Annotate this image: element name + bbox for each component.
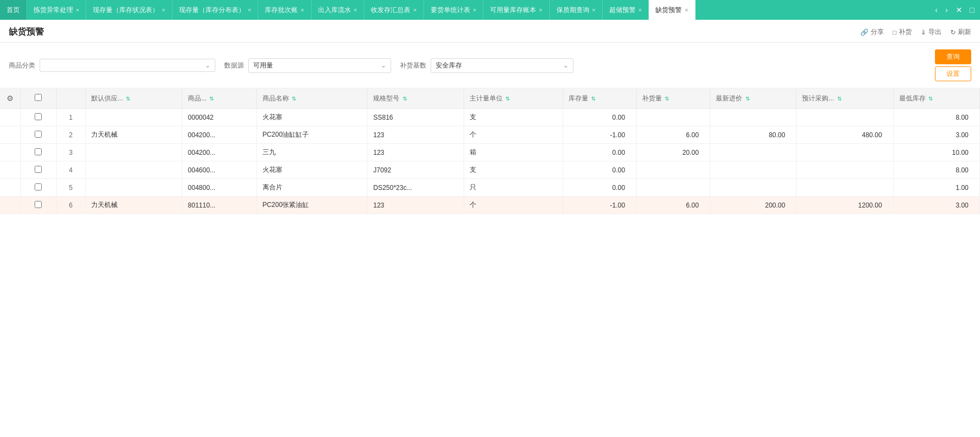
- row-spec-cell: 123: [368, 144, 464, 161]
- table-row: 4 004600... 火花塞 J7092 支 0.00 8.00: [0, 161, 980, 179]
- row-latest-price-cell: 200.00: [710, 197, 797, 214]
- row-code-cell: 801110...: [182, 197, 257, 214]
- tab-order-stats[interactable]: 要货单统计表 ×: [424, 0, 483, 20]
- page-header: 缺货预警 🔗 分享 □ 补货 ⇓ 导出 ↻ 刷新: [0, 20, 980, 43]
- code-sort-icon: ⇅: [209, 96, 214, 102]
- tab-picking[interactable]: 拣货异常处理 ×: [27, 0, 86, 20]
- settings-button[interactable]: 设置: [935, 66, 971, 81]
- select-all-checkbox[interactable]: [35, 94, 42, 101]
- tab-maximize-button[interactable]: □: [967, 4, 978, 15]
- supplier-column-header[interactable]: 默认供应... ⇅: [85, 88, 182, 109]
- row-name-cell: PC200油缸缸子: [257, 126, 368, 144]
- datasource-select[interactable]: 可用量 ⌄: [248, 58, 391, 73]
- row-code-cell: 004200...: [182, 144, 257, 161]
- tab-close-all-button[interactable]: ✕: [953, 4, 966, 15]
- tab-close-batch-account[interactable]: ×: [300, 7, 304, 13]
- tab-close-available-ledger[interactable]: ×: [539, 7, 542, 13]
- latest-price-column-header[interactable]: 最新进价 ⇅: [710, 88, 797, 109]
- row-code-cell: 0000042: [182, 109, 257, 126]
- tab-next-button[interactable]: ›: [942, 4, 951, 15]
- tab-inout-flow[interactable]: 出入库流水 ×: [311, 0, 364, 20]
- row-checkbox-5[interactable]: [35, 201, 42, 208]
- min-stock-column-header[interactable]: 最低库存 ⇅: [893, 88, 979, 109]
- tab-inventory-dist[interactable]: 现存量（库存分布表） ×: [172, 0, 258, 20]
- code-column-header[interactable]: 商品... ⇅: [182, 88, 257, 109]
- row-gear-cell: [0, 161, 21, 179]
- data-table: ⚙ 默认供应... ⇅ 商品... ⇅ 商品名称: [0, 88, 980, 214]
- row-spec-cell: J7092: [368, 161, 464, 179]
- tab-nav-buttons: ‹ › ✕ □: [929, 4, 980, 15]
- row-checkbox-4[interactable]: [35, 183, 42, 191]
- row-checkbox-0[interactable]: [35, 113, 42, 120]
- datasource-value: 可用量: [253, 61, 273, 70]
- name-sort-icon: ⇅: [292, 96, 296, 102]
- row-checkbox-cell: [21, 109, 57, 126]
- tab-prev-button[interactable]: ‹: [932, 4, 941, 15]
- tab-close-overstock[interactable]: ×: [638, 7, 642, 13]
- row-gear-cell: [0, 179, 21, 197]
- row-latest-price-cell: [710, 161, 797, 179]
- datasource-label: 数据源: [224, 61, 244, 70]
- tab-close-order-stats[interactable]: ×: [473, 7, 476, 13]
- tab-available-ledger[interactable]: 可用量库存账本 ×: [483, 0, 549, 20]
- replenish-basis-label: 补货基数: [400, 61, 426, 70]
- row-unit-cell: 箱: [464, 144, 563, 161]
- row-est-purchase-cell: 1200.00: [797, 197, 893, 214]
- tab-close-picking[interactable]: ×: [76, 7, 79, 13]
- tab-overstock[interactable]: 超储预警 ×: [603, 0, 649, 20]
- tab-close-shortage[interactable]: ×: [684, 7, 688, 13]
- category-filter: 商品分类 ⌄: [9, 59, 215, 72]
- est-purchase-column-header[interactable]: 预计采购... ⇅: [797, 88, 893, 109]
- row-checkbox-cell: [21, 144, 57, 161]
- refresh-action[interactable]: ↻ 刷新: [950, 27, 971, 37]
- tab-batch-account[interactable]: 库存批次账 ×: [258, 0, 311, 20]
- header-actions: 🔗 分享 □ 补货 ⇓ 导出 ↻ 刷新: [860, 27, 971, 37]
- tab-inventory-status[interactable]: 现存量（库存状况表） ×: [86, 0, 172, 20]
- tab-close-inout-flow[interactable]: ×: [354, 7, 357, 13]
- row-est-purchase-cell: [797, 109, 893, 126]
- stock-column-header[interactable]: 库存量 ⇅: [563, 88, 636, 109]
- row-checkbox-2[interactable]: [35, 148, 42, 155]
- replenish-basis-select[interactable]: 安全库存 ⌄: [431, 58, 573, 73]
- row-checkbox-cell: [21, 126, 57, 144]
- gear-column-header: ⚙: [0, 88, 21, 109]
- row-checkbox-cell: [21, 197, 57, 214]
- row-spec-cell: 123: [368, 126, 464, 144]
- row-replenish-cell: 6.00: [636, 197, 710, 214]
- est-purchase-sort-icon: ⇅: [837, 96, 842, 102]
- unit-sort-icon: ⇅: [505, 96, 510, 102]
- row-spec-cell: SS816: [368, 109, 464, 126]
- tab-close-expiry-query[interactable]: ×: [592, 7, 595, 13]
- name-column-header[interactable]: 商品名称 ⇅: [257, 88, 368, 109]
- tab-receipt-summary[interactable]: 收发存汇总表 ×: [364, 0, 424, 20]
- row-num-cell: 5: [56, 179, 85, 197]
- row-checkbox-cell: [21, 161, 57, 179]
- spec-column-header[interactable]: 规格型号 ⇅: [368, 88, 464, 109]
- tab-shortage[interactable]: 缺货预警 ×: [649, 0, 695, 20]
- row-stock-cell: -1.00: [563, 197, 636, 214]
- row-code-cell: 004200...: [182, 126, 257, 144]
- tab-close-inventory-dist[interactable]: ×: [248, 7, 251, 13]
- share-action[interactable]: 🔗 分享: [860, 27, 884, 37]
- category-select[interactable]: ⌄: [40, 59, 215, 72]
- tab-home[interactable]: 首页: [0, 0, 27, 20]
- tab-close-inventory-status[interactable]: ×: [162, 7, 165, 13]
- row-checkbox-3[interactable]: [35, 166, 42, 173]
- row-est-purchase-cell: [797, 144, 893, 161]
- column-settings-button[interactable]: ⚙: [5, 93, 15, 104]
- row-name-cell: PC200张紧油缸: [257, 197, 368, 214]
- row-checkbox-1[interactable]: [35, 131, 42, 138]
- row-unit-cell: 个: [464, 126, 563, 144]
- tab-expiry-query[interactable]: 保质期查询 ×: [550, 0, 603, 20]
- replenish-action[interactable]: □ 补货: [893, 27, 912, 37]
- stock-sort-icon: ⇅: [591, 96, 595, 102]
- query-button[interactable]: 查询: [935, 49, 971, 64]
- replenish-column-header[interactable]: 补货量 ⇅: [636, 88, 710, 109]
- datasource-filter: 数据源 可用量 ⌄: [224, 58, 391, 73]
- export-action[interactable]: ⇓ 导出: [921, 27, 942, 37]
- replenish-sort-icon: ⇅: [665, 96, 669, 102]
- unit-column-header[interactable]: 主计量单位 ⇅: [464, 88, 563, 109]
- tab-close-receipt-summary[interactable]: ×: [413, 7, 416, 13]
- page-content: 缺货预警 🔗 分享 □ 补货 ⇓ 导出 ↻ 刷新 商品分类: [0, 20, 980, 437]
- row-stock-cell: -1.00: [563, 126, 636, 144]
